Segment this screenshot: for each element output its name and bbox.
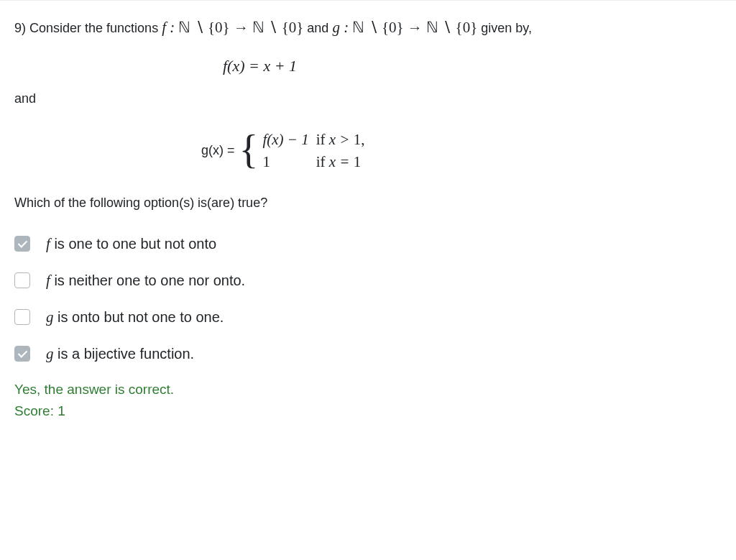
- score-label: Score:: [14, 403, 58, 418]
- checkbox-icon[interactable]: [14, 346, 30, 362]
- f-definition: f(x) = x + 1: [223, 57, 722, 75]
- option-4[interactable]: g is a bijective function.: [14, 345, 722, 363]
- case1-expr: f(x) − 1: [262, 131, 308, 148]
- g-definition: g(x) = { f(x) − 1 if x > 1, 1 if x = 1: [201, 128, 722, 174]
- option-3-text: g is onto but not one to one.: [46, 308, 224, 326]
- f-def-text: f(x) = x + 1: [223, 57, 297, 75]
- g-signature-pre: g :: [332, 19, 352, 36]
- set-nz-2: ℕ ∖ {0}: [252, 19, 303, 36]
- and-line: and: [14, 91, 722, 106]
- left-brace-icon: {: [239, 129, 259, 170]
- case-row-2: 1 if x = 1: [262, 152, 370, 173]
- option-1[interactable]: f is one to one but not onto: [14, 235, 722, 253]
- case1-cond: x >: [329, 131, 354, 148]
- score-value: 1: [58, 403, 65, 418]
- given-by: given by,: [477, 21, 532, 35]
- case-row-1: f(x) − 1 if x > 1,: [262, 129, 370, 150]
- question-number: 9): [14, 21, 26, 35]
- gx-label: g(x) =: [201, 143, 235, 158]
- set-nz-1: ℕ ∖ {0}: [178, 19, 229, 36]
- score-line: Score: 1: [14, 403, 722, 419]
- option-1-text: f is one to one but not onto: [46, 235, 216, 253]
- option-4-text: g is a bijective function.: [46, 345, 194, 363]
- question-page: 9) Consider the functions f : ℕ ∖ {0} → …: [0, 0, 736, 560]
- sub-question: Which of the following option(s) is(are)…: [14, 196, 722, 211]
- checkbox-icon[interactable]: [14, 236, 30, 252]
- case2-cond-if: if: [316, 153, 329, 170]
- case2-cond: x =: [329, 153, 354, 170]
- option-2-text: f is neither one to one nor onto.: [46, 272, 245, 290]
- option-3[interactable]: g is onto but not one to one.: [14, 308, 722, 326]
- arrow-2: →: [404, 19, 427, 36]
- question-stem: 9) Consider the functions f : ℕ ∖ {0} → …: [14, 15, 722, 41]
- f-signature-pre: f :: [162, 19, 178, 36]
- arrow-1: →: [230, 19, 253, 36]
- option-2[interactable]: f is neither one to one nor onto.: [14, 272, 722, 290]
- set-nz-4: ℕ ∖ {0}: [426, 19, 477, 36]
- set-nz-3: ℕ ∖ {0}: [352, 19, 403, 36]
- piecewise-cases: f(x) − 1 if x > 1, 1 if x = 1: [261, 128, 372, 174]
- and-inline: and: [307, 21, 328, 35]
- checkbox-icon[interactable]: [14, 272, 30, 288]
- case2-expr: 1: [262, 153, 270, 170]
- lead-text: Consider the functions: [29, 21, 158, 35]
- feedback-text: Yes, the answer is correct.: [14, 382, 722, 398]
- checkbox-icon[interactable]: [14, 309, 30, 325]
- options-list: f is one to one but not onto f is neithe…: [14, 235, 722, 363]
- case1-cond-if: if: [316, 131, 329, 148]
